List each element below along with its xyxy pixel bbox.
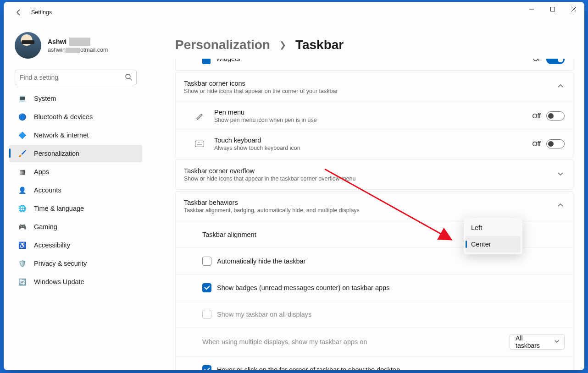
chevron-down-icon — [557, 170, 564, 179]
bluetooth-devices-icon: 🔵 — [18, 113, 26, 121]
sidebar: Ashwi ashwinotmail.com 💻System🔵Bluetooth… — [4, 23, 144, 370]
sidebar-item-apps[interactable]: ▦Apps — [9, 163, 142, 181]
badges-checkbox[interactable] — [202, 283, 211, 292]
multi-display-select[interactable]: All taskbars — [510, 334, 565, 350]
alignment-label: Taskbar alignment — [202, 231, 256, 238]
pen-menu-row: Pen menu Show pen menu icon when pen is … — [176, 102, 573, 130]
sidebar-item-accessibility[interactable]: ♿Accessibility — [9, 236, 142, 254]
hover-corner-label: Hover or click on the far corner of task… — [217, 366, 400, 371]
auto-hide-checkbox[interactable] — [202, 257, 211, 266]
hover-corner-checkbox[interactable] — [202, 365, 211, 371]
touch-kb-toggle[interactable] — [546, 139, 565, 148]
svg-point-2 — [126, 74, 130, 79]
keyboard-icon — [193, 141, 206, 147]
alignment-option-center[interactable]: Center — [466, 236, 521, 252]
touch-toggle-label: Off — [533, 140, 541, 148]
search-box — [15, 70, 137, 85]
badges-row[interactable]: Show badges (unread messages counter) on… — [176, 274, 573, 301]
overflow-title: Taskbar corner overflow — [184, 167, 356, 175]
apps-icon: ▦ — [18, 168, 26, 176]
back-button[interactable] — [14, 7, 24, 17]
sidebar-item-time-language[interactable]: 🌐Time & language — [9, 200, 142, 217]
widgets-icon — [202, 59, 211, 64]
chevron-down-icon — [554, 338, 560, 346]
back-arrow-icon — [15, 9, 22, 16]
widgets-toggle-label: On — [533, 59, 542, 62]
main-panel: Personalization ❯ Taskbar Widgets On Tas… — [144, 23, 584, 370]
time-language-icon: 🌐 — [18, 205, 26, 212]
corner-icons-card: Taskbar corner icons Show or hide icons … — [175, 72, 573, 158]
settings-cards: Widgets On Taskbar corner icons Show or … — [175, 59, 573, 370]
redacted-name-icon — [69, 38, 90, 46]
sidebar-item-personalization[interactable]: 🖌️Personalization — [9, 145, 142, 162]
system-icon: 💻 — [18, 95, 26, 102]
sidebar-item-label: Accessibility — [34, 241, 70, 249]
pen-toggle-label: Off — [533, 112, 541, 120]
sidebar-item-label: Apps — [34, 168, 49, 176]
avatar — [15, 32, 41, 59]
sidebar-item-privacy-security[interactable]: 🛡️Privacy & security — [9, 255, 142, 272]
hover-corner-row[interactable]: Hover or click on the far corner of task… — [176, 356, 573, 370]
chevron-up-icon — [557, 83, 564, 91]
breadcrumb-parent[interactable]: Personalization — [175, 38, 270, 52]
sidebar-item-label: Bluetooth & devices — [34, 113, 93, 121]
sidebar-nav: 💻System🔵Bluetooth & devices🔷Network & in… — [9, 90, 142, 291]
accessibility-icon: ♿ — [18, 241, 26, 249]
sidebar-item-gaming[interactable]: 🎮Gaming — [9, 218, 142, 236]
content-area: Ashwi ashwinotmail.com 💻System🔵Bluetooth… — [4, 23, 584, 370]
close-button[interactable] — [563, 2, 584, 16]
touch-kb-title: Touch keyboard — [214, 137, 300, 144]
behaviors-header[interactable]: Taskbar behaviors Taskbar alignment, bad… — [176, 192, 573, 221]
user-name: Ashwi — [48, 38, 108, 46]
corner-icons-header[interactable]: Taskbar corner icons Show or hide icons … — [176, 72, 573, 102]
behaviors-sub: Taskbar alignment, badging, automaticall… — [184, 207, 360, 214]
settings-window: Settings Ashwi ashwinotmail.com 💻System🔵… — [4, 2, 584, 370]
sidebar-item-system[interactable]: 💻System — [9, 90, 142, 107]
search-input[interactable] — [15, 70, 137, 85]
auto-hide-label: Automatically hide the taskbar — [217, 258, 305, 265]
sidebar-item-network-internet[interactable]: 🔷Network & internet — [9, 126, 142, 144]
user-email: ashwinotmail.com — [48, 47, 108, 53]
search-icon — [125, 73, 132, 82]
multi-display-row: When using multiple displays, show my ta… — [176, 327, 573, 356]
multi-display-label: When using multiple displays, show my ta… — [202, 338, 367, 346]
sidebar-item-windows-update[interactable]: 🔄Windows Update — [9, 273, 142, 291]
pen-menu-title: Pen menu — [214, 109, 317, 116]
all-displays-label: Show my taskbar on all displays — [217, 311, 311, 318]
badges-label: Show badges (unread messages counter) on… — [217, 284, 389, 291]
maximize-button[interactable] — [542, 2, 563, 16]
widgets-toggle[interactable] — [546, 59, 565, 64]
accounts-icon: 👤 — [18, 186, 26, 194]
window-controls — [521, 2, 584, 16]
sidebar-item-label: Network & internet — [34, 132, 89, 139]
minimize-button[interactable] — [521, 2, 542, 16]
sidebar-item-accounts[interactable]: 👤Accounts — [9, 181, 142, 199]
corner-overflow-header[interactable]: Taskbar corner overflow Show or hide ico… — [176, 160, 573, 189]
alignment-option-left[interactable]: Left — [466, 219, 521, 236]
window-title: Settings — [31, 9, 52, 16]
windows-update-icon: 🔄 — [18, 278, 26, 285]
sidebar-item-label: Accounts — [34, 186, 61, 194]
widgets-label: Widgets — [216, 59, 240, 62]
sidebar-item-label: Windows Update — [34, 278, 84, 285]
corner-overflow-card: Taskbar corner overflow Show or hide ico… — [175, 159, 573, 190]
all-displays-row: Show my taskbar on all displays — [176, 301, 573, 327]
pen-menu-sub: Show pen menu icon when pen is in use — [214, 117, 317, 123]
gaming-icon: 🎮 — [18, 223, 26, 230]
breadcrumb: Personalization ❯ Taskbar — [175, 38, 575, 52]
titlebar: Settings — [4, 2, 584, 23]
sidebar-item-label: Gaming — [34, 223, 57, 230]
all-displays-checkbox — [202, 310, 211, 319]
sidebar-item-label: System — [34, 95, 56, 102]
multi-display-value: All taskbars — [516, 335, 549, 349]
personalization-icon: 🖌️ — [18, 150, 26, 157]
chevron-up-icon — [557, 202, 564, 210]
sidebar-item-bluetooth-devices[interactable]: 🔵Bluetooth & devices — [9, 108, 142, 126]
user-block[interactable]: Ashwi ashwinotmail.com — [9, 29, 142, 67]
network-internet-icon: 🔷 — [18, 132, 26, 139]
pen-icon — [193, 112, 206, 120]
svg-line-3 — [130, 78, 132, 80]
widgets-row-partial: Widgets On — [175, 59, 573, 71]
touch-kb-sub: Always show touch keyboard icon — [214, 145, 300, 151]
pen-menu-toggle[interactable] — [546, 111, 565, 121]
